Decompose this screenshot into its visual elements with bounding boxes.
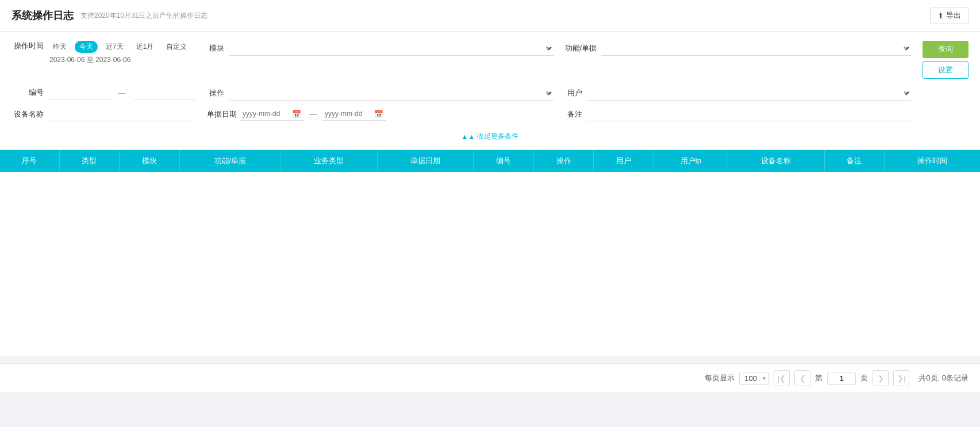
time-range-text: 2023-06-06 至 2023-06-06: [49, 55, 191, 65]
time-btn-today[interactable]: 今天: [75, 41, 98, 53]
filter-area: 操作时间 昨天 今天 近7天 近1月 自定义 2023-06-06 至 2023…: [0, 32, 980, 150]
scrollbar-inner: [0, 356, 980, 363]
module-select-wrapper: ▼: [229, 41, 554, 56]
action-buttons: 查询 设置: [923, 41, 969, 79]
page-label: 第: [815, 373, 823, 383]
operation-select[interactable]: [229, 86, 554, 101]
date-end-input[interactable]: [322, 107, 386, 121]
operation-select-wrapper: ▼: [229, 86, 554, 101]
operation-filter-col: 操作 ▼: [207, 86, 554, 101]
date-end-wrapper: 📅: [322, 107, 386, 121]
page-size-label: 每页显示: [705, 373, 735, 383]
col-index: 序号: [0, 150, 59, 172]
collapse-label: 收起更多条件: [477, 132, 518, 141]
module-label: 模块: [207, 43, 224, 53]
func-label: 功能/单据: [565, 43, 597, 53]
time-btn-7days[interactable]: 近7天: [101, 41, 128, 53]
no-input-start[interactable]: [48, 86, 112, 99]
voucher-date-label: 单据日期: [207, 109, 237, 120]
user-label: 用户: [565, 88, 582, 98]
time-filter-area: 昨天 今天 近7天 近1月 自定义 2023-06-06 至 2023-06-0…: [48, 41, 191, 65]
time-buttons: 昨天 今天 近7天 近1月 自定义: [48, 41, 191, 53]
no-separator: —: [116, 89, 128, 97]
remark-input[interactable]: [587, 107, 912, 121]
scrollbar-area[interactable]: [0, 356, 980, 364]
collapse-chevron-icon: ▲▲: [462, 133, 475, 141]
page-size-select[interactable]: 50 100 200: [739, 372, 769, 385]
col-no: 编号: [474, 150, 533, 172]
module-select[interactable]: [229, 41, 554, 56]
empty-area: [0, 172, 980, 356]
user-select[interactable]: [587, 86, 912, 101]
filter-row-1: 操作时间 昨天 今天 近7天 近1月 自定义 2023-06-06 至 2023…: [11, 41, 969, 79]
col-voucher-date: 单据日期: [377, 150, 474, 172]
export-label: 导出: [946, 10, 961, 21]
user-filter-col: 用户 ▼: [565, 86, 912, 101]
prev-page-button[interactable]: ❮: [794, 370, 810, 386]
filter-row-2: 编号 — 操作 ▼ 用户 ▼: [11, 86, 969, 101]
module-filter-col: 模块 ▼: [207, 41, 554, 56]
next-page-button[interactable]: ❯: [873, 370, 889, 386]
table-header-row: 序号 类型 模块 功能/单据 业务类型 单据日期 编号 操作 用户 用户ip 设…: [0, 150, 980, 172]
no-filter-col: 编号 —: [11, 86, 195, 99]
func-select-wrapper: ▼: [601, 41, 911, 56]
time-label: 操作时间: [11, 41, 44, 51]
pagination-bar: 每页显示 50 100 200 ▼ |❮ ❮ 第 页 ❯ ❯| 共0页, 0条记…: [0, 364, 980, 392]
col-module: 模块: [120, 150, 179, 172]
remark-filter-col: 备注: [565, 107, 912, 121]
col-device: 设备名称: [728, 150, 824, 172]
page-subtitle: 支持2020年10月31日之后产生的操作日志: [80, 11, 207, 21]
date-separator: —: [307, 110, 319, 118]
table-section: 序号 类型 模块 功能/单据 业务类型 单据日期 编号 操作 用户 用户ip 设…: [0, 150, 980, 356]
date-start-input[interactable]: [240, 107, 303, 121]
col-func: 功能/单据: [179, 150, 280, 172]
time-filter-col: 操作时间 昨天 今天 近7天 近1月 自定义 2023-06-06 至 2023…: [11, 41, 195, 65]
operation-label: 操作: [207, 88, 224, 98]
total-text: 共0页, 0条记录: [918, 373, 969, 383]
export-icon: ⬆: [937, 11, 944, 20]
remark-label: 备注: [565, 109, 582, 120]
no-label: 编号: [11, 87, 44, 98]
page-size-wrapper: 50 100 200 ▼: [739, 372, 769, 385]
device-label: 设备名称: [11, 109, 44, 120]
page-suffix: 页: [860, 373, 868, 383]
device-input[interactable]: [48, 107, 195, 121]
func-select[interactable]: [601, 41, 911, 56]
time-btn-1month[interactable]: 近1月: [132, 41, 159, 53]
table-header: 序号 类型 模块 功能/单据 业务类型 单据日期 编号 操作 用户 用户ip 设…: [0, 150, 980, 172]
time-btn-yesterday[interactable]: 昨天: [48, 41, 71, 53]
col-user-ip: 用户ip: [654, 150, 728, 172]
col-user: 用户: [594, 150, 654, 172]
col-remark: 备注: [824, 150, 884, 172]
time-btn-custom[interactable]: 自定义: [162, 41, 191, 53]
device-filter-col: 设备名称: [11, 107, 195, 121]
last-page-button[interactable]: ❯|: [893, 370, 909, 386]
date-start-wrapper: 📅: [240, 107, 303, 121]
col-biz-type: 业务类型: [281, 150, 378, 172]
title-area: 系统操作日志 支持2020年10月31日之后产生的操作日志: [11, 9, 207, 22]
voucher-date-filter-col: 单据日期 📅 — 📅: [207, 107, 554, 121]
data-table: 序号 类型 模块 功能/单据 业务类型 单据日期 编号 操作 用户 用户ip 设…: [0, 150, 980, 172]
col-operation: 操作: [533, 150, 593, 172]
first-page-button[interactable]: |❮: [774, 370, 790, 386]
query-button[interactable]: 查询: [923, 41, 969, 58]
collapse-bar[interactable]: ▲▲ 收起更多条件: [11, 128, 969, 144]
page-header: 系统操作日志 支持2020年10月31日之后产生的操作日志 ⬆ 导出: [0, 0, 980, 32]
page-input[interactable]: [827, 372, 856, 385]
settings-button[interactable]: 设置: [923, 61, 969, 79]
page-title: 系统操作日志: [11, 9, 74, 22]
func-filter-col: 功能/单据 ▼: [565, 41, 912, 56]
col-op-time: 操作时间: [884, 150, 980, 172]
export-button[interactable]: ⬆ 导出: [930, 7, 969, 24]
col-type: 类型: [59, 150, 119, 172]
no-input-end[interactable]: [133, 86, 196, 99]
filter-row-3: 设备名称 单据日期 📅 — 📅 备注: [11, 107, 969, 121]
user-select-wrapper: ▼: [587, 86, 912, 101]
